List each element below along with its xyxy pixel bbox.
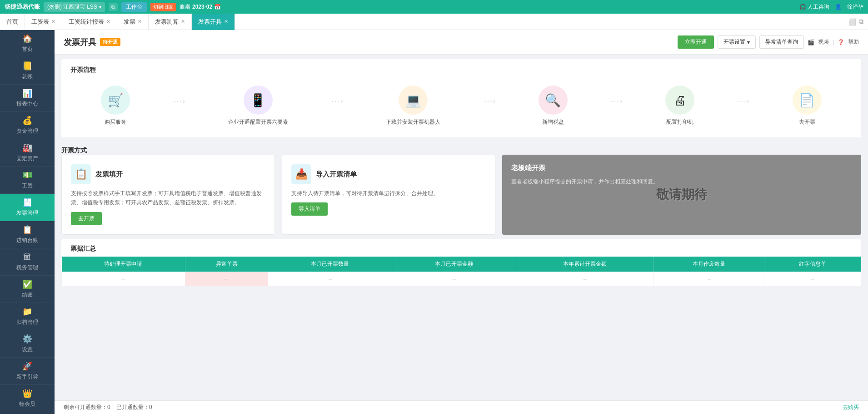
abnormal-query-button[interactable]: 异常清单查询 (759, 35, 804, 49)
sidebar-item-settings[interactable]: ⚙️ 设置 (0, 330, 55, 358)
arrow-icon-5: › (747, 96, 750, 106)
copy-icon-btn[interactable]: ⧉ (109, 3, 118, 11)
tab-home[interactable]: 首页 (0, 14, 25, 30)
flow-title: 开票流程 (70, 66, 852, 74)
arrow-icon: › (182, 96, 185, 106)
minimize-icon[interactable]: ⬜ (848, 18, 856, 25)
page-header-right-icons: 🎬 视频 | ❓ 帮助 (808, 38, 859, 46)
summary-val-abnormal: -- (185, 272, 268, 286)
flow-section: 开票流程 🛒 购买服务 ⋯ › 📱 企业开通配置开票六要素 ⋯ (61, 59, 861, 137)
tab-payroll-stats-close[interactable]: ✕ (106, 19, 110, 25)
video-icon[interactable]: 🎬 (808, 39, 814, 45)
flow-step-2-icon: 📱 (244, 86, 273, 115)
home-icon: 🏠 (22, 34, 32, 44)
go-invoice-button[interactable]: 去开票 (71, 212, 102, 225)
reports-icon: 📊 (22, 88, 32, 98)
import-list-button[interactable]: 导入清单 (291, 202, 328, 216)
unpin-sidebar-button[interactable]: 📌 取消固定 (0, 412, 55, 414)
calendar-icon[interactable]: 📅 (214, 4, 221, 10)
billing-card-import-header: 📥 导入开票清单 (291, 164, 486, 184)
user-avatar-icon: 👤 (835, 4, 842, 10)
ledger-icon: 📒 (22, 61, 32, 71)
step-divider-5: ⋯ › (738, 96, 750, 116)
invoice-icon: 🧾 (22, 197, 32, 207)
page-title-area: 发票开具 待开通 (64, 37, 120, 48)
flow-step-1-label: 购买服务 (105, 118, 126, 126)
sidebar-label-settings: 设置 (22, 346, 33, 353)
sidebar-item-reports[interactable]: 📊 报表中心 (0, 85, 55, 112)
tab-payroll[interactable]: 工资表 ✕ (25, 14, 62, 30)
summary-val-month-count: -- (268, 272, 392, 286)
sidebar-item-settle[interactable]: ✅ 结账 (0, 276, 55, 303)
workbench-button[interactable]: 工作台 (121, 2, 147, 12)
flow-step-5-icon: 🖨 (665, 86, 694, 115)
tab-invoice-calc-close[interactable]: ✕ (181, 19, 185, 25)
tab-payroll-stats[interactable]: 工资统计报表 ✕ (62, 14, 117, 30)
main-layout: 🏠 首页 📒 总账 📊 报表中心 💰 资金管理 🏭 固定资产 💵 工资 🧾 发票… (0, 30, 868, 414)
video-label: 视频 (818, 38, 829, 46)
sidebar-label-archive: 归档管理 (16, 318, 38, 326)
tab-invoice-calc[interactable]: 发票测算 ✕ (149, 14, 192, 30)
summary-table-data-row: -- -- -- -- -- -- -- (62, 272, 861, 286)
archive-icon: 📁 (22, 307, 32, 317)
buy-link[interactable]: 去购买 (843, 404, 859, 411)
sidebar-item-newguide[interactable]: 🚀 新手引导 (0, 358, 55, 385)
sidebar-item-invoice[interactable]: 🧾 发票管理 (0, 194, 55, 221)
ticket-settings-button[interactable]: 开票设置 ▾ (718, 35, 756, 49)
tab-invoice-issue-close[interactable]: ✕ (224, 19, 228, 25)
sidebar-item-archive[interactable]: 📁 归档管理 (0, 303, 55, 330)
flow-step-6-icon: 📄 (793, 86, 822, 115)
arrow-icon-4: › (619, 96, 623, 106)
sidebar-item-tax[interactable]: 🏛 税务管理 (0, 248, 55, 276)
tab-payroll-label: 工资表 (31, 18, 49, 26)
period-display: 账期 2023-02 📅 (180, 3, 221, 11)
help-icon[interactable]: ❓ (838, 39, 844, 45)
sidebar-item-assets[interactable]: 🏭 固定资产 (0, 139, 55, 167)
top-bar-icons: ⧉ (109, 3, 118, 11)
sidebar: 🏠 首页 📒 总账 📊 报表中心 💰 资金管理 🏭 固定资产 💵 工资 🧾 发票… (0, 30, 55, 414)
summary-section: 票据汇总 待处理开票申请 异常单票 本月已开票数量 本月已开票金额 本年累计开票… (61, 239, 861, 286)
tab-payroll-close[interactable]: ✕ (51, 19, 55, 25)
sidebar-label-payroll: 工资 (22, 182, 33, 190)
tab-home-label: 首页 (6, 18, 18, 26)
company-selector[interactable]: (勿删) 江西股宝-LSS ▾ (44, 2, 105, 12)
flow-step-5: 🖨 配置打印机 (665, 86, 694, 126)
manual-invoice-title: 发票填开 (95, 170, 123, 179)
summary-col-month-amount: 本月已开票金额 (392, 257, 516, 272)
sidebar-item-payroll[interactable]: 💵 工资 (0, 167, 55, 194)
summary-val-pending: -- (62, 272, 185, 286)
summary-col-void-count: 本月作废数量 (654, 257, 764, 272)
sidebar-item-ledger[interactable]: 📒 总账 (0, 57, 55, 85)
company-name: (勿删) 江西股宝-LSS (47, 3, 97, 11)
headset-icon: 🎧 (799, 4, 806, 10)
arrow-right-icon-4: ⋯ (610, 96, 619, 106)
switch-old-button[interactable]: 切到旧版 (150, 3, 176, 11)
tab-invoice-issue[interactable]: 发票开具 ✕ (192, 14, 235, 30)
sidebar-item-vip[interactable]: 👑 畅会员 (0, 385, 55, 412)
restore-icon[interactable]: ⧉ (859, 18, 863, 25)
summary-val-red-info: -- (764, 272, 861, 286)
sidebar-label-invoice: 发票管理 (16, 209, 38, 217)
flow-step-4: 🔍 新增税盘 (539, 86, 568, 126)
sidebar-item-inout[interactable]: 📋 进销台账 (0, 221, 55, 248)
billing-method-title: 开票方式 (55, 142, 868, 155)
customer-service[interactable]: 🎧 人工咨询 (799, 3, 829, 11)
nav-tab-window-controls: ⬜ ⧉ (848, 18, 868, 25)
assets-icon: 🏭 (22, 143, 32, 153)
tab-invoice[interactable]: 发票 ✕ (117, 14, 149, 30)
flow-step-5-label: 配置打印机 (666, 118, 693, 126)
tab-invoice-close[interactable]: ✕ (138, 19, 142, 25)
top-bar-left: 畅捷通易代账 (勿删) 江西股宝-LSS ▾ ⧉ 工作台 切到旧版 账期 202… (5, 2, 221, 12)
sidebar-label-vip: 畅会员 (19, 400, 35, 408)
manual-invoice-desc: 支持按照发票样式手工填写开发票；可开具增值税电子普通发票、增值税普通发票、增值税… (71, 189, 265, 207)
sidebar-item-funds[interactable]: 💰 资金管理 (0, 112, 55, 139)
username: 徐泽华 (847, 3, 863, 11)
old-terminal-desc: 查看老板端小程序提交的开票申请，并作出相应处理和回复。 (511, 177, 852, 186)
import-invoice-title: 导入开票清单 (316, 170, 357, 179)
flow-step-1-icon: 🛒 (101, 86, 130, 115)
sidebar-item-home[interactable]: 🏠 首页 (0, 30, 55, 57)
payroll-icon: 💵 (22, 170, 32, 180)
immediate-open-button[interactable]: 立即开通 (678, 35, 714, 49)
sidebar-label-reports: 报表中心 (16, 100, 38, 108)
sidebar-label-tax: 税务管理 (16, 264, 38, 272)
